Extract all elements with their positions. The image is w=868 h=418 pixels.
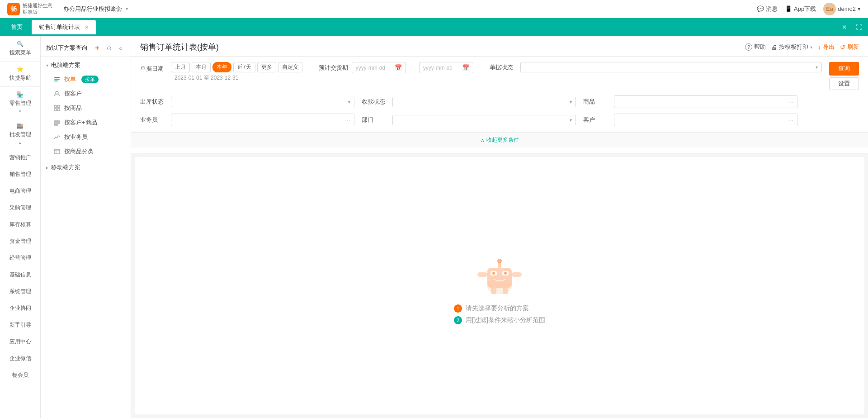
salesperson-label: 业务员 — [140, 116, 167, 124]
sidebar-item-member[interactable]: 畅会员 — [0, 367, 40, 384]
date-btn-last-7days[interactable]: 近7天 — [233, 62, 255, 72]
calendar-start-icon: 📅 — [395, 64, 402, 71]
scheme-item-by-salesperson[interactable]: 按业务员 — [41, 130, 131, 144]
delivery-status-dropdown-icon: ▾ — [348, 100, 350, 104]
sidebar-item-enterprise-coop[interactable]: 企业协同 — [0, 300, 40, 317]
tip-num-2: 2 — [454, 316, 462, 324]
collapse-filter-button[interactable]: ∧ 收起更多条件 — [131, 132, 868, 147]
message-button[interactable]: 💬 消息 — [757, 5, 778, 13]
delivery-status-select[interactable]: ▾ — [171, 97, 354, 107]
svg-rect-6 — [54, 109, 57, 111]
window-maximize-button[interactable]: ⛶ — [854, 22, 864, 33]
export-button[interactable]: ↓ 导出 — [818, 43, 835, 51]
empty-tip-1: 1 请先选择要分析的方案 — [454, 304, 545, 313]
window-close-button[interactable]: ✕ — [839, 22, 850, 33]
product-input[interactable]: ··· — [614, 95, 797, 108]
by-salesperson-icon — [53, 133, 61, 141]
logo-text: 畅捷通好生意 标准版 — [23, 3, 52, 14]
empty-tips: 1 请先选择要分析的方案 2 用[过滤]条件来缩小分析范围 — [454, 304, 545, 324]
date-separator: — — [410, 64, 415, 71]
date-range-value: 2023-01-01 至 2023-12-31 — [175, 74, 238, 82]
page-title: 销售订单统计表(按单) — [140, 42, 219, 52]
sidebar-item-retail[interactable]: 🏪 零售管理 ▾ — [0, 87, 40, 118]
pc-schemes-header[interactable]: ▾ 电脑端方案 — [41, 58, 131, 72]
filter-collapse-wrapper: ∧ 收起更多条件 — [131, 132, 868, 147]
sidebar-item-new-user[interactable]: 新手引导 — [0, 317, 40, 333]
sidebar-item-enterprise-wechat[interactable]: 企业微信 — [0, 350, 40, 367]
expected-delivery-label: 预计交货期 — [319, 64, 348, 72]
sidebar-item-marketing[interactable]: 营销推广 — [0, 149, 40, 166]
tab-bar: 首页 销售订单统计表 ✕ ✕ ⛶ — [0, 18, 868, 36]
department-select[interactable]: ▾ — [392, 115, 576, 125]
sidebar-item-wholesale[interactable]: 🏬 批发管理 ▴ — [0, 118, 40, 149]
mobile-schemes-arrow-icon: ▸ — [46, 165, 48, 170]
scheme-item-by-order[interactable]: 按单 按单 — [41, 72, 131, 86]
sidebar: 🔍 搜索菜单 ⭐ 快捷导航 🏪 零售管理 ▾ 🏬 批发管理 ▴ 营销推广 销售管… — [0, 36, 41, 418]
tab-sales-stat[interactable]: 销售订单统计表 ✕ — [32, 20, 96, 34]
date-btn-more[interactable]: 更多 — [257, 62, 276, 72]
logo-icon: 畅 — [7, 3, 20, 15]
svg-rect-9 — [54, 123, 60, 124]
query-button[interactable]: 查询 — [829, 62, 859, 76]
date-range: 2023-01-01 至 2023-12-31 — [175, 74, 302, 82]
app-title-dropdown-icon[interactable]: ▾ — [126, 6, 128, 11]
retail-icon: 🏪 — [17, 91, 24, 98]
tab-home[interactable]: 首页 — [4, 20, 30, 34]
refresh-button[interactable]: ↺ 刷新 — [840, 43, 859, 51]
sidebar-item-finance[interactable]: 资金管理 — [0, 233, 40, 250]
main-layout: 🔍 搜索菜单 ⭐ 快捷导航 🏪 零售管理 ▾ 🏬 批发管理 ▴ 营销推广 销售管… — [0, 36, 868, 418]
tab-close-icon[interactable]: ✕ — [85, 24, 89, 30]
salesperson-input[interactable]: ··· — [171, 114, 354, 126]
settings-button[interactable]: 设置 — [829, 77, 859, 90]
scheme-settings-icon[interactable]: ⊙ — [104, 43, 113, 52]
date-btn-this-month[interactable]: 本月 — [192, 62, 211, 72]
empty-state: 1 请先选择要分析的方案 2 用[过滤]条件来缩小分析范围 — [135, 157, 864, 414]
sidebar-item-system[interactable]: 系统管理 — [0, 283, 40, 300]
svg-rect-15 — [487, 268, 512, 288]
avatar: Ea — [823, 3, 836, 15]
delivery-status-label: 出库状态 — [140, 98, 167, 106]
svg-rect-2 — [54, 81, 58, 81]
mobile-schemes-header[interactable]: ▸ 移动端方案 — [41, 161, 131, 174]
retail-arrow-icon: ▾ — [19, 109, 21, 114]
expected-delivery-start-input[interactable]: yyyy-mm-dd 📅 — [352, 62, 406, 73]
sidebar-quicknav-section: ⭐ 快捷导航 — [0, 62, 40, 87]
collapse-panel-icon[interactable]: « — [116, 43, 125, 52]
scheme-item-by-product-category[interactable]: 按商品分类 — [41, 144, 131, 159]
add-scheme-button[interactable]: + — [93, 43, 102, 52]
sidebar-item-inventory[interactable]: 库存核算 — [0, 216, 40, 233]
tip-num-1: 1 — [454, 304, 462, 313]
payment-status-select[interactable]: ▾ — [392, 97, 576, 107]
user-dropdown-icon: ▾ — [858, 5, 861, 12]
sidebar-search-section: 🔍 搜索菜单 — [0, 36, 40, 62]
wholesale-icon: 🏬 — [17, 123, 24, 129]
template-print-button[interactable]: 🖨 按模板打印 ▾ — [771, 43, 812, 51]
scheme-item-by-product[interactable]: 按商品 — [41, 101, 131, 115]
wholesale-arrow-icon: ▴ — [19, 140, 21, 145]
sidebar-item-sales[interactable]: 销售管理 — [0, 166, 40, 183]
user-menu[interactable]: Ea demo2 ▾ — [823, 3, 861, 15]
help-button[interactable]: ? 帮助 — [745, 43, 766, 51]
single-status-select[interactable]: ▾ — [520, 62, 822, 72]
single-status-label: 单据状态 — [490, 63, 517, 71]
sidebar-item-operations[interactable]: 经营管理 — [0, 250, 40, 266]
sidebar-item-ecommerce[interactable]: 电商管理 — [0, 183, 40, 200]
app-title: 办公用品行业模拟账套 — [63, 5, 122, 13]
sidebar-item-basic[interactable]: 基础信息 — [0, 266, 40, 283]
date-btn-last-month[interactable]: 上月 — [171, 62, 190, 72]
date-btn-custom[interactable]: 自定义 — [278, 62, 302, 72]
svg-rect-23 — [512, 272, 522, 277]
expected-delivery-end-input[interactable]: yyyy-mm-dd 📅 — [419, 62, 473, 73]
scheme-item-by-customer[interactable]: 按客户 — [41, 86, 131, 101]
sidebar-search[interactable]: 🔍 搜索菜单 — [0, 36, 40, 61]
app-download-button[interactable]: 📱 App下载 — [785, 5, 816, 13]
left-panel-header: 按以下方案查询 + ⊙ « — [41, 40, 131, 57]
svg-point-21 — [497, 259, 502, 263]
date-btn-this-year[interactable]: 本年 — [212, 62, 231, 72]
scheme-item-by-customer-product[interactable]: 按客户+商品 — [41, 115, 131, 130]
sidebar-item-quicknav[interactable]: ⭐ 快捷导航 — [0, 62, 40, 86]
message-icon: 💬 — [757, 5, 764, 12]
customer-input[interactable]: ··· — [614, 114, 797, 126]
sidebar-item-purchase[interactable]: 采购管理 — [0, 200, 40, 216]
sidebar-item-app-center[interactable]: 应用中心 — [0, 333, 40, 350]
